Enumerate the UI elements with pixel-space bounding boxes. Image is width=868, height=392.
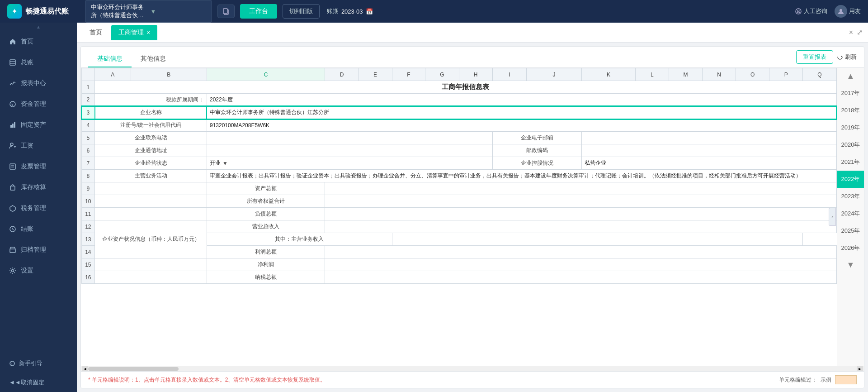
cancel-pin-button[interactable]: ◄◄取消固定 bbox=[0, 373, 77, 392]
biz-status-value[interactable]: 开业 ▼ bbox=[207, 157, 492, 170]
year-2020[interactable]: 2020年 bbox=[837, 136, 864, 153]
sidebar-item-home[interactable]: 首页 bbox=[0, 31, 77, 52]
sidebar-item-invoice[interactable]: 发票管理 bbox=[0, 156, 77, 177]
invoice-icon bbox=[9, 163, 16, 170]
sub-tab-other[interactable]: 其他信息 bbox=[132, 51, 175, 67]
col-M[interactable]: M bbox=[669, 68, 702, 81]
col-N[interactable]: N bbox=[703, 68, 736, 81]
address-value[interactable] bbox=[207, 144, 492, 157]
row-num-11: 11 bbox=[81, 208, 95, 220]
col-F[interactable]: F bbox=[392, 68, 425, 81]
col-D[interactable]: D bbox=[325, 68, 359, 81]
col-H[interactable]: H bbox=[459, 68, 492, 81]
sidebar-item-inventory[interactable]: 库存核算 bbox=[0, 177, 77, 198]
year-2026[interactable]: 2026年 bbox=[837, 239, 864, 257]
horiz-scroll-bar[interactable]: ◄ ► bbox=[81, 366, 864, 371]
cancel-pin-label: ◄◄取消固定 bbox=[9, 378, 44, 387]
right-collapse-button[interactable]: ‹ bbox=[829, 208, 836, 226]
col-G[interactable]: G bbox=[425, 68, 459, 81]
sidebar-item-closing[interactable]: 结账 bbox=[0, 219, 77, 239]
col-J[interactable]: J bbox=[527, 68, 582, 81]
assets-total-value[interactable] bbox=[325, 182, 836, 195]
col-L[interactable]: L bbox=[635, 68, 669, 81]
switch-version-button[interactable]: 切到旧版 bbox=[283, 4, 320, 19]
tab-home[interactable]: 首页 bbox=[82, 25, 109, 40]
tab-close-button[interactable]: × bbox=[146, 29, 150, 36]
sub-tab-basic[interactable]: 基础信息 bbox=[88, 51, 132, 67]
sidebar-item-tax[interactable]: 税务管理 bbox=[0, 198, 77, 219]
company-name-value[interactable]: 中审众环会计师事务所（特殊普通合伙）江苏分所 bbox=[207, 106, 836, 119]
table-row-selected: 3 企业名称 中审众环会计师事务所（特殊普通合伙）江苏分所 bbox=[81, 106, 836, 119]
net-profit-value[interactable] bbox=[325, 258, 836, 271]
phone-value[interactable] bbox=[207, 132, 492, 144]
sidebar-item-funds[interactable]: ¥ 资金管理 bbox=[0, 94, 77, 115]
title-cell[interactable]: 工商年报信息表 bbox=[95, 81, 836, 94]
sidebar-item-reports[interactable]: 报表中心 bbox=[0, 73, 77, 94]
table-row: 9 资产总额 bbox=[81, 182, 836, 195]
logo-icon: ✦ bbox=[7, 4, 22, 19]
net-profit-empty bbox=[95, 258, 207, 271]
equity-value[interactable] bbox=[325, 195, 836, 208]
page-body: 基础信息 其他信息 重置报表 刷新 bbox=[80, 46, 864, 388]
assets-total-label bbox=[95, 182, 207, 195]
sidebar-item-wages[interactable]: 工资 bbox=[0, 135, 77, 156]
col-B[interactable]: B bbox=[131, 68, 207, 81]
year-2023[interactable]: 2023年 bbox=[837, 188, 864, 205]
year-2018[interactable]: 2018年 bbox=[837, 102, 864, 119]
col-A[interactable]: A bbox=[95, 68, 131, 81]
postal-value[interactable] bbox=[581, 144, 836, 157]
col-K[interactable]: K bbox=[581, 68, 635, 81]
window-close-button[interactable]: × bbox=[849, 28, 853, 37]
calendar-icon[interactable]: 📅 bbox=[366, 8, 373, 15]
col-P[interactable]: P bbox=[769, 68, 803, 81]
revenue-total-value[interactable] bbox=[325, 220, 836, 233]
scroll-left-button[interactable]: ◄ bbox=[82, 366, 88, 372]
col-O[interactable]: O bbox=[736, 68, 769, 81]
company-selector[interactable]: 中审众环会计师事务所（特殊普通合伙… ▼ bbox=[85, 0, 212, 23]
sidebar-scroll-up[interactable]: ▲ bbox=[0, 23, 77, 31]
refresh-button[interactable]: 刷新 bbox=[837, 50, 857, 64]
spreadsheet-main[interactable]: A B C D E F G H I J K L bbox=[81, 68, 837, 366]
row-num-1: 1 bbox=[81, 81, 95, 94]
sidebar-item-ledger[interactable]: 总账 bbox=[0, 52, 77, 73]
company-name: 中审众环会计师事务所（特殊普通合伙… bbox=[91, 3, 146, 19]
col-I[interactable]: I bbox=[492, 68, 526, 81]
main-biz-value[interactable]: 审查企业会计报表；出具审计报告；验证企业资本；出具验资报告；办理企业合并、分立、… bbox=[207, 170, 836, 182]
window-maximize-button[interactable]: ⤢ bbox=[857, 28, 863, 37]
user-area[interactable]: 用友 bbox=[835, 5, 861, 18]
year-2021[interactable]: 2021年 bbox=[837, 153, 864, 171]
sidebar-item-settings[interactable]: 设置 bbox=[0, 260, 77, 281]
tax-period-value[interactable]: 2022年度 bbox=[207, 94, 836, 106]
year-nav-down[interactable]: ▼ bbox=[837, 257, 864, 273]
liability-value[interactable] bbox=[325, 208, 836, 220]
year-2025[interactable]: 2025年 bbox=[837, 222, 864, 239]
sidebar-label-tax: 税务管理 bbox=[21, 204, 46, 212]
scroll-thumb[interactable] bbox=[88, 367, 179, 371]
year-2019[interactable]: 2019年 bbox=[837, 119, 864, 136]
copy-button[interactable] bbox=[217, 5, 235, 18]
assets-total-label2: 资产总额 bbox=[207, 182, 325, 195]
col-Q[interactable]: Q bbox=[803, 68, 836, 81]
tax-total-value[interactable] bbox=[325, 271, 836, 284]
new-user-guide[interactable]: ! 新手引导 bbox=[0, 354, 77, 373]
reset-report-button[interactable]: 重置报表 bbox=[796, 50, 833, 64]
email-value[interactable] bbox=[581, 132, 836, 144]
shareholding-label: 企业控股情况 bbox=[492, 157, 581, 170]
main-revenue-value[interactable] bbox=[392, 233, 803, 246]
sidebar-label-home: 首页 bbox=[21, 38, 33, 46]
sidebar-item-archive[interactable]: 归档管理 bbox=[0, 239, 77, 260]
tab-active[interactable]: 工商管理 × bbox=[111, 25, 157, 40]
year-nav-up[interactable]: ▲ bbox=[837, 68, 864, 85]
profit-total-value[interactable] bbox=[325, 246, 836, 258]
year-2017[interactable]: 2017年 bbox=[837, 85, 864, 102]
sidebar-item-assets[interactable]: 固定资产 bbox=[0, 115, 77, 135]
shareholding-value[interactable]: 私营企业 bbox=[581, 157, 836, 170]
workbench-button[interactable]: 工作台 bbox=[240, 4, 277, 19]
biz-status-label: 企业经营状态 bbox=[95, 157, 207, 170]
col-E[interactable]: E bbox=[359, 68, 392, 81]
year-2022[interactable]: 2022年 bbox=[837, 171, 864, 188]
col-C[interactable]: C bbox=[207, 68, 325, 81]
consult-button[interactable]: 人工咨询 bbox=[795, 7, 827, 15]
reg-num-value[interactable]: 91320100MA208E5W6K bbox=[207, 119, 836, 132]
year-2024[interactable]: 2024年 bbox=[837, 205, 864, 222]
